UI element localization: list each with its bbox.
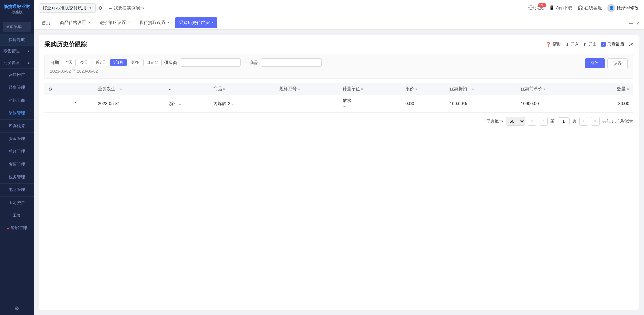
sort-icon-quantity: ⇅ [627,87,629,91]
version-selector[interactable]: 好业财标准版交付试用 ▼ [39,3,96,13]
only-last-checkbox[interactable]: ✓ 只看最后一次 [601,41,633,47]
query-button[interactable]: 查询 [585,58,605,68]
cell-settings [44,95,71,112]
page-content: 采购历史价跟踪 ❓ 帮助 ⬇ 导入 ⬆ 导出 ✓ [34,30,644,315]
tab-goods-price[interactable]: 商品价格设置 × [56,18,94,28]
tab-close-icon3[interactable]: × [168,21,170,24]
help-label: 帮助 [552,41,561,47]
sort-spec[interactable]: 规格型号 ⇅ [279,86,300,92]
app-download-label: App下载 [556,5,572,11]
col-quantity[interactable]: 数量 ⇅ [589,83,633,95]
sidebar-item-retail[interactable]: 零售管理 ▲ [0,46,34,57]
date-btn-custom[interactable]: 自定义 [143,59,162,66]
sidebar-item-funds[interactable]: 资金管理 [0,133,34,145]
online-service-button[interactable]: 🎧 在线客服 [578,5,602,11]
sort-original-price[interactable]: 优惠前单价 ⇅ [521,86,546,92]
tab-purchase-history[interactable]: 采购历史价跟踪 × [175,18,218,28]
sidebar-item-purchase[interactable]: 采购管理 [0,107,34,120]
tab-purchase-strategy[interactable]: 进价策略设置 × [96,18,134,28]
sidebar-item-retail-label: 零售管理 [3,48,20,54]
sidebar-item-ledger[interactable]: 总账管理 [0,145,34,158]
date-btn-more[interactable]: 更多 [128,59,142,66]
demo-link[interactable]: ☁ 我要看实例演示 [108,5,144,11]
supplier-input[interactable] [180,58,241,67]
date-btn-today[interactable]: 今天 [77,59,91,66]
tabbar-window-controls: — ⤢ [629,20,640,26]
tab-close-icon4[interactable]: × [212,21,214,24]
sort-unit[interactable]: 计量单位 ⇅ [343,86,363,92]
export-button[interactable]: ⬆ 导出 [583,41,597,47]
window-minimize-icon[interactable]: — [629,20,633,26]
col-discount[interactable]: 优惠折扣... ⇅ [445,83,516,95]
sidebar-item-inventory[interactable]: 库存核算 [0,120,34,133]
page-prev-button[interactable]: ‹ [539,117,548,126]
col-more[interactable]: ··· [165,83,210,95]
sidebar-item-wholesale[interactable]: 批发管理 ▲ [0,57,34,69]
only-last-label: 只看最后一次 [607,41,633,47]
sidebar-search-button[interactable]: 搜索菜单 [3,22,31,32]
data-table: ⚙ 业务发生... ⇅ ··· 商品 ⇅ [44,83,633,112]
sidebar-settings-icon[interactable]: ⚙ [0,302,34,315]
sidebar-quick-nav[interactable]: 快捷导航 [0,34,34,46]
sidebar-item-marketing[interactable]: 营销推广 [0,69,34,81]
sort-discount[interactable]: 优惠折扣... ⇅ [450,86,474,92]
demo-label: 我要看实例演示 [114,5,144,11]
help-button[interactable]: ❓ 帮助 [546,41,561,47]
goods-more-icon[interactable]: ··· [324,60,328,65]
import-button[interactable]: ⬇ 导入 [565,41,579,47]
cell-price: 0.00 [401,95,445,112]
filter-fields: 日期 昨天 今天 近7天 近1月 更多 自定义 供应商 ··· [50,58,580,74]
page-first-button[interactable]: ⊲ [528,117,536,126]
date-btn-1month[interactable]: 近1月 [110,59,127,66]
goods-input[interactable] [261,58,322,67]
table-row[interactable]: 1 2023-05-31 浙江... 丙烯酸-2-... 散水吨 0.00 10… [44,95,633,112]
headset-icon: 🎧 [578,5,583,10]
date-btn-7days[interactable]: 近7天 [93,59,109,66]
settings-button[interactable]: 设置 [607,58,628,69]
sidebar-item-ecommerce[interactable]: 电商管理 [0,184,34,197]
settings-col-icon: ⚙ [48,86,52,92]
tab-purchase-strategy-label: 进价策略设置 [100,20,126,26]
col-goods[interactable]: 商品 ⇅ [209,83,275,95]
supplier-more-icon[interactable]: ··· [243,60,247,65]
tab-close-icon2[interactable]: × [128,21,130,24]
col-date[interactable]: 业务发生... ⇅ [94,83,165,95]
per-page-select[interactable]: 10 20 50 100 [506,117,525,126]
avatar: 👤 [607,4,615,12]
sort-goods[interactable]: 商品 ⇅ [213,86,225,92]
cell-discount: 100.00% [445,95,516,112]
cloud-icon: ☁ [108,5,112,10]
page-last-button[interactable]: ⊳ [591,117,600,126]
sidebar-item-assets[interactable]: 固定资产 [0,197,34,209]
topbar-settings-icon[interactable]: ⚙ [98,5,103,11]
page-number-input[interactable] [558,117,570,125]
sort-icon-price: ⇅ [415,87,418,91]
sort-icon-goods: ⇅ [223,87,225,91]
tab-close-icon[interactable]: × [88,21,90,24]
app-download-button[interactable]: 📱 App下载 [549,5,572,11]
sidebar-item-sales[interactable]: 销售管理 [0,81,34,94]
tab-sale-price[interactable]: 售价提取设置 × [135,18,174,28]
import-label: 导入 [570,41,579,47]
sort-quantity[interactable]: 数量 ⇅ [617,86,629,92]
page-next-button[interactable]: › [579,117,588,126]
sidebar-item-ecommerce-small[interactable]: 小畅电商 [0,94,34,107]
sidebar-item-payroll[interactable]: 工资 [0,209,34,222]
tab-home[interactable]: 首页 [38,18,55,28]
user-menu[interactable]: 👤 徐泽华修改 [607,4,639,12]
col-unit[interactable]: 计量单位 ⇅ [338,83,402,95]
sort-price[interactable]: 报价 ⇅ [405,86,418,92]
col-price[interactable]: 报价 ⇅ [401,83,445,95]
window-maximize-icon[interactable]: ⤢ [636,20,640,26]
sidebar-item-ai[interactable]: ●智能管理 [0,222,34,235]
goods-filter-label: 商品 [250,60,258,66]
sort-date[interactable]: 业务发生... ⇅ [98,86,122,92]
col-settings[interactable]: ⚙ [44,83,71,95]
date-btn-yesterday[interactable]: 昨天 [62,59,76,66]
col-spec[interactable]: 规格型号 ⇅ [275,83,338,95]
sidebar: 畅捷通好业财 标准版 搜索菜单 快捷导航 零售管理 ▲ 批发管理 ▲ 营销推广 … [0,0,34,315]
sidebar-item-invoice[interactable]: 发票管理 [0,158,34,171]
messages-button[interactable]: 💬 消息 99+ [528,5,544,11]
sidebar-item-tax[interactable]: 税务管理 [0,171,34,184]
col-original-price[interactable]: 优惠前单价 ⇅ [516,83,589,95]
